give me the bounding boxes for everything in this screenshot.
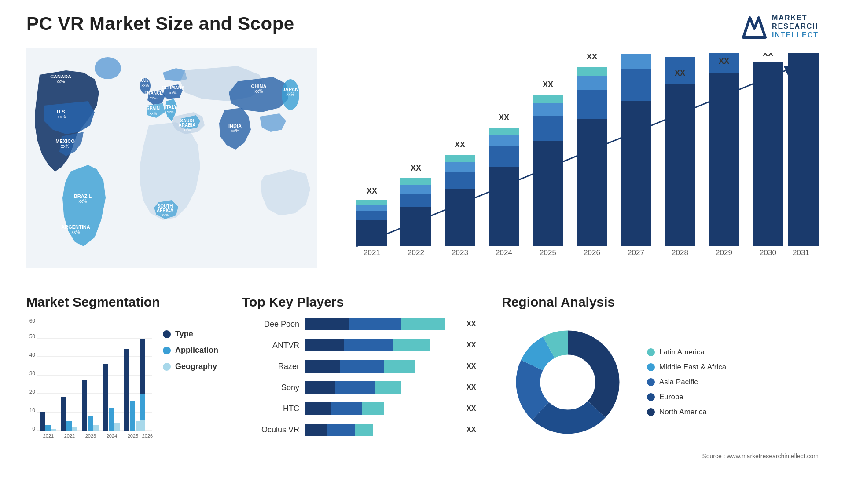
svg-rect-54 [445,155,475,162]
svg-text:XX: XX [455,140,465,149]
svg-rect-64 [533,116,563,141]
svg-text:XX: XX [543,80,553,89]
svg-text:40: 40 [29,352,36,358]
bottom-section: Market Segmentation 0 10 20 30 40 50 60 [26,295,819,460]
svg-point-2 [95,57,121,79]
svg-rect-108 [45,425,51,431]
svg-rect-48 [400,178,431,185]
top-section: CANADA xx% U.S. xx% MEXICO xx% BRAZIL xx… [26,48,819,277]
logo-text: MARKET RESEARCH INTELLECT [772,14,819,39]
svg-rect-119 [103,364,108,431]
svg-rect-109 [51,429,56,431]
player-row-razer: Razer XX [242,358,489,374]
svg-text:GERMANY: GERMANY [162,85,184,90]
regional-label-mea: Middle East & Africa [659,363,726,372]
regional-label-latin: Latin America [659,348,705,357]
svg-text:XX: XX [411,164,421,172]
svg-rect-51 [445,189,475,246]
svg-text:xx%: xx% [150,96,157,100]
svg-rect-57 [489,167,519,246]
svg-text:XX: XX [499,113,509,122]
donut-chart [502,316,634,448]
regional-legend-item-latin: Latin America [647,348,726,357]
svg-rect-112 [66,421,72,431]
svg-rect-143 [305,402,331,415]
regional-legend-item-apac: Asia Pacific [647,378,726,387]
svg-rect-107 [40,412,45,431]
svg-text:ARGENTINA: ARGENTINA [61,224,90,230]
svg-rect-139 [384,360,415,373]
player-bar-oculus: XX [305,422,476,438]
regional-dot-mea [647,363,655,371]
svg-text:60: 60 [29,318,36,324]
player-value-antvr: XX [467,341,476,349]
svg-rect-148 [355,424,373,436]
svg-text:BRAZIL: BRAZIL [74,194,92,199]
regional-legend-item-mea: Middle East & Africa [647,363,726,372]
svg-text:2024: 2024 [496,248,512,257]
svg-text:2026: 2026 [142,433,153,438]
svg-text:2025: 2025 [128,433,138,438]
svg-rect-71 [577,76,607,90]
svg-rect-124 [130,401,135,431]
svg-text:2029: 2029 [716,248,732,257]
page-container: PC VR Market Size and Scope MARKET RESEA… [0,0,845,504]
svg-rect-84 [665,84,695,246]
player-name-razer: Razer [242,362,299,371]
legend-dot-geography [163,363,171,371]
svg-text:2022: 2022 [64,433,75,438]
segmentation-chart: 0 10 20 30 40 50 60 [26,316,154,444]
svg-text:INDIA: INDIA [228,123,242,128]
svg-rect-40 [356,211,387,220]
svg-rect-75 [621,101,651,246]
player-bar-razer: XX [305,358,476,374]
svg-text:0: 0 [32,426,35,432]
regional-legend: Latin America Middle East & Africa Asia … [647,348,726,416]
legend-label-application: Application [175,346,218,355]
svg-text:2026: 2026 [584,248,600,257]
svg-rect-121 [114,423,120,431]
svg-text:xx%: xx% [287,92,295,97]
svg-text:50: 50 [29,333,36,340]
svg-rect-146 [305,424,327,436]
player-name-antvr: ANTVR [242,341,299,350]
regional-label-europe: Europe [659,393,683,402]
svg-rect-53 [445,162,475,172]
svg-rect-45 [400,207,431,246]
svg-text:2027: 2027 [628,248,644,257]
svg-marker-0 [743,18,765,37]
svg-rect-42 [356,200,387,205]
svg-rect-131 [305,318,349,330]
segmentation-container: Market Segmentation 0 10 20 30 40 50 60 [26,295,229,444]
svg-text:2024: 2024 [107,433,117,438]
svg-rect-88 [753,62,783,246]
svg-rect-66 [533,95,563,103]
svg-rect-138 [340,360,384,373]
svg-rect-144 [331,402,362,415]
growth-chart: XX 2021 XX 2022 XX 2023 [334,53,819,268]
svg-rect-86 [709,73,739,246]
player-row-antvr: ANTVR XX [242,337,489,353]
page-title: PC VR Market Size and Scope [26,13,294,34]
svg-text:xx%: xx% [141,83,149,88]
regional-label-northam: North America [659,408,707,416]
legend-item-geography: Geography [163,362,218,371]
legend-dot-type [163,330,171,338]
svg-rect-120 [109,408,114,431]
svg-rect-117 [93,425,99,431]
legend-label-geography: Geography [175,362,217,371]
map-container: CANADA xx% U.S. xx% MEXICO xx% BRAZIL xx… [26,48,317,277]
svg-rect-115 [82,380,87,431]
svg-text:xx%: xx% [149,111,157,116]
svg-rect-137 [305,360,340,373]
svg-text:2022: 2022 [408,248,424,257]
svg-text:xx%: xx% [58,114,66,119]
regional-container: Regional Analysis [502,295,819,460]
legend-label-type: Type [175,329,193,339]
svg-text:10: 10 [29,407,36,413]
regional-dot-northam [647,408,655,416]
svg-rect-59 [489,135,519,146]
svg-rect-116 [88,416,93,431]
svg-text:xx%: xx% [167,110,174,114]
svg-rect-41 [356,205,387,211]
